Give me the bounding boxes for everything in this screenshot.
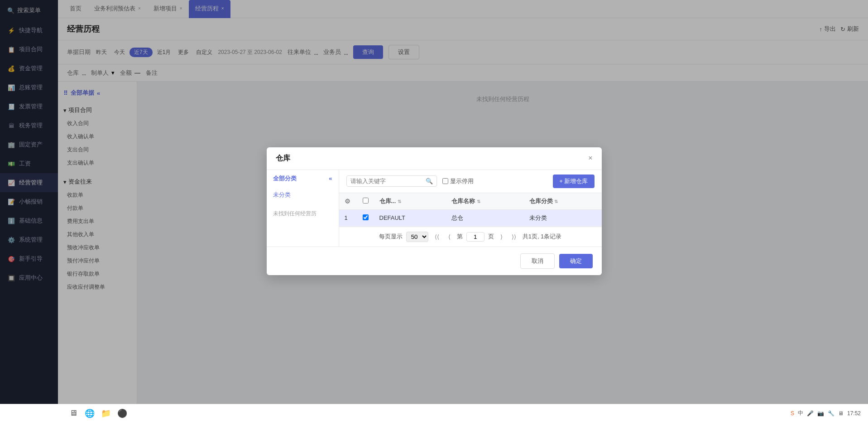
taskbar-chinese-icon[interactable]: 中 bbox=[798, 409, 803, 417]
taskbar-folder-icon[interactable]: 📁 bbox=[98, 405, 114, 422]
dialog-sidebar-collapse-icon[interactable]: « bbox=[329, 175, 332, 182]
confirm-button[interactable]: 确定 bbox=[559, 254, 593, 268]
table-header: ⚙ 仓库... ⇅ 仓库名称 bbox=[339, 193, 602, 210]
first-page-button[interactable]: ⟨⟨ bbox=[432, 233, 442, 241]
dialog-per-page-label: 每页显示 bbox=[379, 233, 403, 241]
table-row[interactable]: 1 DEFAULT 总仓 未分类 bbox=[339, 209, 602, 226]
cancel-button[interactable]: 取消 bbox=[520, 253, 555, 269]
taskbar-s-icon: S bbox=[791, 410, 794, 417]
modal-overlay: 仓库 × 全部分类 « 未分类 未找到任何经营历 bbox=[0, 0, 868, 422]
dialog-main: 🔍 显示停用 + 新增仓库 bbox=[339, 170, 602, 247]
dialog-total-label: 共1页, 1条记录 bbox=[523, 233, 562, 241]
dialog-header: 仓库 × bbox=[267, 147, 602, 170]
next-page-button[interactable]: ⟩ bbox=[498, 233, 505, 241]
taskbar-left: 🖥 🌐 📁 ⚫ bbox=[65, 405, 130, 422]
th-warehouse-category-label: 仓库分类 bbox=[529, 198, 553, 204]
dialog-sidebar-notice: 未找到任何经营历 bbox=[267, 203, 339, 225]
select-all-checkbox[interactable] bbox=[363, 198, 369, 204]
dialog-toolbar: 🔍 显示停用 + 新增仓库 bbox=[339, 170, 602, 193]
taskbar-monitor-icon[interactable]: 🖥 bbox=[838, 410, 844, 417]
taskbar-time: 17:52 bbox=[847, 410, 861, 417]
show-disabled-label: 显示停用 bbox=[450, 177, 474, 185]
row-index: 1 bbox=[339, 209, 357, 226]
dialog-footer: 取消 确定 bbox=[267, 247, 602, 275]
taskbar: 🖥 🌐 📁 ⚫ S 中 🎤 📷 🔧 🖥 17:52 bbox=[0, 404, 868, 422]
dialog-title: 仓库 bbox=[276, 154, 290, 163]
dialog-page-suffix: 页 bbox=[488, 233, 494, 241]
dialog-close-button[interactable]: × bbox=[588, 154, 592, 162]
warehouse-table: ⚙ 仓库... ⇅ 仓库名称 bbox=[339, 193, 602, 227]
show-disabled-checkbox-label: 显示停用 bbox=[442, 177, 474, 185]
row-code: DEFAULT bbox=[374, 209, 446, 226]
th-warehouse-code-label: 仓库... bbox=[379, 198, 396, 204]
taskbar-mic-icon[interactable]: 🎤 bbox=[807, 410, 814, 417]
dialog-pagination: 每页显示 50 ⟨⟨ ⟨ 第 页 ⟩ ⟩⟩ 共1页, 1条记录 bbox=[339, 227, 602, 247]
warehouse-dialog: 仓库 × 全部分类 « 未分类 未找到任何经营历 bbox=[267, 147, 602, 275]
table-body: 1 DEFAULT 总仓 未分类 bbox=[339, 209, 602, 226]
row-category: 未分类 bbox=[524, 209, 602, 226]
settings-icon[interactable]: ⚙ bbox=[345, 198, 350, 205]
taskbar-tool-icon[interactable]: 🔧 bbox=[828, 410, 834, 417]
dialog-table: ⚙ 仓库... ⇅ 仓库名称 bbox=[339, 193, 602, 227]
th-settings[interactable]: ⚙ bbox=[339, 193, 357, 210]
taskbar-screen-icon[interactable]: 📷 bbox=[817, 410, 824, 417]
prev-page-button[interactable]: ⟨ bbox=[446, 233, 453, 241]
row-name: 总仓 bbox=[446, 209, 524, 226]
add-warehouse-button[interactable]: + 新增仓库 bbox=[553, 175, 594, 188]
dialog-sidebar-item-uncategorized[interactable]: 未分类 bbox=[267, 187, 339, 203]
th-checkbox bbox=[357, 193, 374, 210]
row-select-checkbox[interactable] bbox=[363, 214, 369, 220]
taskbar-terminal-icon[interactable]: ⚫ bbox=[114, 405, 130, 422]
search-input[interactable] bbox=[350, 178, 423, 184]
show-disabled-checkbox[interactable] bbox=[442, 178, 448, 184]
dialog-sidebar: 全部分类 « 未分类 未找到任何经营历 bbox=[267, 170, 339, 247]
th-warehouse-name[interactable]: 仓库名称 ⇅ bbox=[446, 193, 524, 210]
taskbar-browser-icon[interactable]: 🌐 bbox=[82, 405, 98, 422]
th-warehouse-name-label: 仓库名称 bbox=[451, 198, 475, 204]
dialog-page-prefix: 第 bbox=[457, 233, 463, 241]
dialog-body: 全部分类 « 未分类 未找到任何经营历 🔍 bbox=[267, 170, 602, 247]
last-page-button[interactable]: ⟩⟩ bbox=[509, 233, 519, 241]
search-icon: 🔍 bbox=[426, 178, 433, 184]
th-warehouse-code[interactable]: 仓库... ⇅ bbox=[374, 193, 446, 210]
dialog-per-page-select[interactable]: 50 bbox=[406, 232, 428, 242]
search-box: 🔍 bbox=[346, 175, 437, 187]
sort-arrows-category: ⇅ bbox=[554, 199, 558, 204]
taskbar-app-icon[interactable]: 🖥 bbox=[65, 405, 82, 422]
all-category-label[interactable]: 全部分类 bbox=[273, 175, 297, 183]
dialog-page-input[interactable] bbox=[466, 232, 484, 242]
sort-arrows-code: ⇅ bbox=[398, 199, 401, 204]
dialog-sidebar-header: 全部分类 « bbox=[267, 170, 339, 187]
row-checkbox bbox=[357, 209, 374, 226]
sort-arrows-name: ⇅ bbox=[477, 199, 480, 204]
th-warehouse-category[interactable]: 仓库分类 ⇅ bbox=[524, 193, 602, 210]
